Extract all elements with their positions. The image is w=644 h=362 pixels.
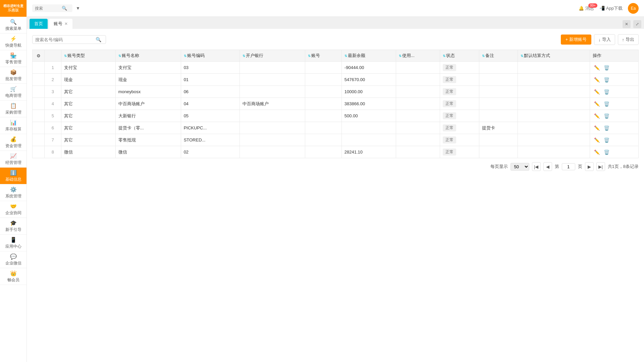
delete-btn[interactable]: 🗑️ [602, 88, 611, 95]
table-row: 6 其它 提货卡（零... PICKUPC... 正常 提货卡 ✏️ 🗑️ [33, 122, 639, 134]
col-gear[interactable]: ⚙ [33, 50, 45, 62]
delete-btn[interactable]: 🗑️ [602, 149, 611, 156]
topbar-download-btn[interactable]: 📲 App下载 [599, 5, 623, 11]
page-label: 第 [555, 164, 559, 170]
sidebar-item-corp-agreement[interactable]: 🤝 企业协同 [0, 201, 26, 218]
dropdown-arrow-icon: ▼ [76, 6, 80, 11]
export-button[interactable]: ↑ 导出 [618, 34, 639, 45]
search-input[interactable] [35, 37, 96, 42]
row-account-name: 支付宝 [115, 62, 181, 74]
sidebar-item-basic-info[interactable]: ℹ️ 基础信息 [0, 168, 26, 184]
col-account-no[interactable]: ⇅账号 [305, 50, 342, 62]
last-page-btn[interactable]: ▶| [596, 162, 605, 171]
topbar-avatar[interactable]: Ea [628, 3, 639, 14]
row-remark [479, 134, 518, 146]
next-page-btn[interactable]: ▶ [585, 162, 594, 171]
tab-maximize-btn[interactable]: ⤢ [633, 20, 641, 28]
row-bank [240, 86, 305, 98]
row-action: ✏️ 🗑️ [590, 62, 639, 74]
message-icon: 🔔 [579, 6, 584, 11]
edit-btn[interactable]: ✏️ [593, 113, 601, 119]
row-bank [240, 74, 305, 86]
sidebar-item-quick-nav[interactable]: ⚡ 快捷导航 [0, 34, 26, 50]
sidebar-item-ops-mgmt[interactable]: 📈 经营管理 [0, 151, 26, 168]
row-gear [33, 86, 45, 98]
tab-close-icon[interactable]: ✕ [64, 21, 68, 26]
edit-btn[interactable]: ✏️ [593, 137, 601, 143]
row-default-settlement [518, 122, 590, 134]
topbar-search-box[interactable]: 🔍 [32, 4, 72, 12]
col-usage[interactable]: ⇅使用... [396, 50, 440, 62]
col-latest-balance[interactable]: ⇅最新余额 [341, 50, 396, 62]
sidebar-item-sys-mgmt[interactable]: ⚙️ 系统管理 [0, 184, 26, 201]
row-latest-balance: 28241.10 [341, 146, 396, 158]
row-default-settlement [518, 146, 590, 158]
col-action: 操作 [590, 50, 639, 62]
row-action: ✏️ 🗑️ [590, 86, 639, 98]
toolbar: 🔍 + 新增账号 ↓ 导入 ↑ 导出 [32, 34, 639, 45]
content-area: 🔍 + 新增账号 ↓ 导入 ↑ 导出 ⚙ ⇅账号类型 [27, 29, 644, 362]
row-default-settlement [518, 86, 590, 98]
search-box[interactable]: 🔍 [32, 35, 106, 44]
sidebar-item-new-guide[interactable]: 🎓 新手引导 [0, 218, 26, 235]
row-status: 正常 [440, 74, 479, 86]
col-remark[interactable]: ⇅备注 [479, 50, 518, 62]
row-account-code: 02 [181, 146, 240, 158]
sidebar-item-wholesale-mgmt[interactable]: 📦 批发管理 [0, 67, 26, 84]
col-account-code[interactable]: ⇅账号编码 [181, 50, 240, 62]
row-action: ✏️ 🗑️ [590, 146, 639, 158]
delete-btn[interactable]: 🗑️ [602, 101, 611, 107]
sidebar-item-inventory[interactable]: 📊 库存核算 [0, 117, 26, 134]
row-gear [33, 134, 45, 146]
tab-home[interactable]: 首页 [30, 19, 48, 29]
vip-member-icon: 👑 [10, 270, 17, 277]
row-status: 正常 [440, 146, 479, 158]
topbar-search-input[interactable] [35, 6, 62, 11]
sidebar-item-label: 零售管理 [5, 59, 21, 65]
tab-accounts[interactable]: 账号 ✕ [49, 19, 72, 29]
col-account-type[interactable]: ⇅账号类型 [61, 50, 115, 62]
sidebar-item-app-center[interactable]: 📱 应用中心 [0, 235, 26, 251]
sidebar-item-label: 电商管理 [5, 93, 21, 99]
col-account-name[interactable]: ⇅账号名称 [115, 50, 181, 62]
col-status[interactable]: ⇅状态 [440, 50, 479, 62]
delete-btn[interactable]: 🗑️ [602, 137, 611, 143]
sidebar-item-vip-member[interactable]: 👑 畅会员 [0, 268, 26, 285]
add-account-button[interactable]: + 新增账号 [561, 35, 591, 45]
delete-btn[interactable]: 🗑️ [602, 113, 611, 119]
row-latest-balance: 547670.00 [341, 74, 396, 86]
prev-page-btn[interactable]: ◀ [543, 162, 552, 171]
per-page-select[interactable]: 50 100 200 [511, 163, 529, 171]
col-default-settlement[interactable]: ⇅默认结算方式 [518, 50, 590, 62]
row-no: 4 [45, 98, 61, 110]
edit-btn[interactable]: ✏️ [593, 88, 601, 95]
sidebar-item-purchase-mgmt[interactable]: 📋 采购管理 [0, 101, 26, 117]
delete-btn[interactable]: 🗑️ [602, 64, 611, 71]
topbar-message-btn[interactable]: 🔔 消息 99+ [579, 5, 594, 11]
tab-minimize-btn[interactable]: ✕ [623, 20, 631, 28]
edit-btn[interactable]: ✏️ [593, 64, 601, 71]
avatar-initials: Ea [631, 6, 636, 11]
row-account-code: 04 [181, 98, 240, 110]
edit-btn[interactable]: ✏️ [593, 149, 601, 156]
delete-btn[interactable]: 🗑️ [602, 76, 611, 83]
edit-btn[interactable]: ✏️ [593, 125, 601, 131]
sidebar-item-corp-wechat[interactable]: 💬 企业微信 [0, 251, 26, 268]
page-input[interactable] [562, 163, 575, 170]
sidebar-item-ecom-mgmt[interactable]: 🛒 电商管理 [0, 84, 26, 101]
delete-btn[interactable]: 🗑️ [602, 125, 611, 131]
sidebar-item-retail-mgmt[interactable]: 🏪 零售管理 [0, 50, 26, 67]
edit-btn[interactable]: ✏️ [593, 101, 601, 107]
topbar-dropdown[interactable]: ▼ [76, 6, 80, 11]
import-button[interactable]: ↓ 导入 [594, 34, 615, 45]
row-status: 正常 [440, 110, 479, 122]
fund-mgmt-icon: 💰 [10, 136, 17, 142]
edit-btn[interactable]: ✏️ [593, 76, 601, 83]
search-icon: 🔍 [96, 37, 101, 42]
sidebar-item-fund-mgmt[interactable]: 💰 资金管理 [0, 134, 26, 151]
row-action: ✏️ 🗑️ [590, 122, 639, 134]
row-latest-balance: -90444.00 [341, 62, 396, 74]
sidebar-item-search-menu[interactable]: 🔍 搜索菜单 [0, 17, 26, 34]
col-bank[interactable]: ⇅开户银行 [240, 50, 305, 62]
first-page-btn[interactable]: |◀ [532, 162, 541, 171]
